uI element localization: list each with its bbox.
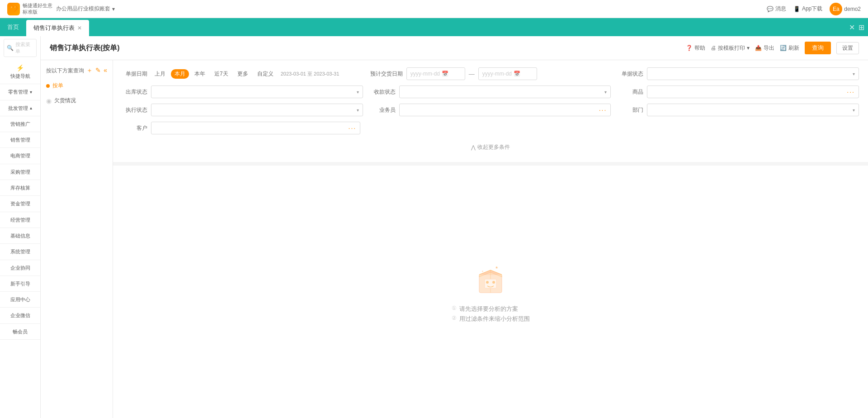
sidebar-item-inventory[interactable]: 库存核算 xyxy=(0,180,40,196)
filter-customer: 客户 ··· xyxy=(122,122,360,134)
collapse-panel-button[interactable]: « xyxy=(104,66,107,75)
sidebar-item-purchase[interactable]: 采购管理 xyxy=(0,164,40,180)
expected-date-label: 预计交货日期 xyxy=(370,70,403,78)
left-panel-header: 按以下方案查询 ＋ ✎ « xyxy=(41,65,113,78)
scheme-item-debt[interactable]: ◉ 欠货情况 xyxy=(41,93,113,108)
salesperson-more-icon: ··· xyxy=(599,106,607,114)
sidebar-item-finance[interactable]: 资金管理 xyxy=(0,196,40,212)
delivery-status-select[interactable]: ▾ xyxy=(151,86,363,98)
payment-arrow-icon: ▾ xyxy=(604,90,607,95)
department-arrow-icon: ▾ xyxy=(853,108,855,113)
maximize-icon[interactable]: ⊞ xyxy=(859,23,864,32)
download-icon: 📱 xyxy=(793,6,800,12)
salesperson-input[interactable]: ··· xyxy=(399,104,611,116)
sidebar-item-app-center[interactable]: 应用中心 xyxy=(0,292,40,308)
date-this-month[interactable]: 本月 xyxy=(171,69,189,79)
filter-row-4: 客户 ··· xyxy=(122,122,859,134)
settings-button[interactable]: 设置 xyxy=(836,42,859,54)
execution-status-select[interactable]: ▾ xyxy=(151,104,363,116)
search-menu-input[interactable]: 🔍 搜索菜单 xyxy=(4,39,37,57)
expected-date-to-input[interactable]: yyyy-mm-dd 📅 xyxy=(478,67,537,80)
sidebar-item-marketing[interactable]: 营销推广 xyxy=(0,116,40,132)
top-header: 🧡 畅捷通好生意 标准版 办公用品行业模拟账套 ▾ 💬 消息 📱 App下载 E… xyxy=(0,0,868,18)
filter-execution-status: 执行状态 ▾ xyxy=(122,104,363,116)
svg-text:✦: ✦ xyxy=(481,270,484,273)
search-button[interactable]: 查询 xyxy=(805,42,831,54)
date-this-year[interactable]: 本年 xyxy=(191,69,209,79)
left-panel-actions: ＋ ✎ « xyxy=(86,66,107,75)
svg-point-5 xyxy=(486,281,489,284)
export-button[interactable]: 📤 导出 xyxy=(755,44,774,52)
filter-area: 单据日期 上月 本月 本年 近7天 更多 自定义 2023-03-01 至 20… xyxy=(113,60,868,162)
breadcrumb[interactable]: 办公用品行业模拟账套 ▾ xyxy=(56,5,115,13)
print-icon: 🖨 xyxy=(711,45,716,51)
department-select[interactable]: ▾ xyxy=(647,104,859,116)
filter-goods: 商品 ··· xyxy=(618,86,859,98)
collapse-icon: ⋀ xyxy=(471,144,476,151)
help-icon: ❓ xyxy=(686,45,693,51)
date-custom[interactable]: 自定义 xyxy=(254,69,277,79)
date-last-month[interactable]: 上月 xyxy=(151,69,169,79)
svg-point-6 xyxy=(492,281,495,284)
sidebar-item-basic[interactable]: 基础信息 xyxy=(0,228,40,244)
scheme-debt-icon: ◉ xyxy=(46,97,52,104)
collapse-button[interactable]: ⋀ 收起更多条件 xyxy=(122,140,859,155)
customer-more-icon: ··· xyxy=(349,124,357,132)
tab-sales-order[interactable]: 销售订单执行表 ✕ xyxy=(26,20,89,36)
export-icon: 📤 xyxy=(755,45,762,51)
sidebar-item-member[interactable]: 畅会员 xyxy=(0,324,40,340)
sidebar-item-ecommerce[interactable]: 电商管理 xyxy=(0,148,40,164)
user-area[interactable]: Ea demo2 xyxy=(830,3,861,15)
page-header-actions: ❓ 帮助 🖨 按模板打印 ▾ 📤 导出 🔄 刷新 查询 设置 xyxy=(686,42,859,60)
sidebar-item-wechat[interactable]: 企业微信 xyxy=(0,308,40,323)
date-more[interactable]: 更多 xyxy=(234,69,252,79)
status-select[interactable]: ▾ xyxy=(647,67,859,80)
user-name: demo2 xyxy=(844,6,861,12)
customer-input[interactable]: ··· xyxy=(151,122,360,134)
sidebar-item-wholesale[interactable]: 批发管理 ▴ xyxy=(0,100,40,116)
date-label: 单据日期 xyxy=(122,70,147,78)
sidebar-item-sales[interactable]: 销售管理 xyxy=(0,132,40,148)
tab-close-icon[interactable]: ✕ xyxy=(77,25,82,31)
message-button[interactable]: 💬 消息 xyxy=(767,5,786,13)
goods-label: 商品 xyxy=(618,88,643,96)
date-7days[interactable]: 近7天 xyxy=(211,69,232,79)
empty-state: ★ ✦ ① 请先选择要 xyxy=(452,259,530,325)
scheme-item-press[interactable]: 按单 xyxy=(41,78,113,93)
sidebar-item-operation[interactable]: 经营管理 xyxy=(0,212,40,228)
print-button[interactable]: 🖨 按模板打印 ▾ xyxy=(711,44,750,52)
minimize-icon[interactable]: ✕ xyxy=(849,23,855,32)
filter-salesperson: 业务员 ··· xyxy=(370,104,611,116)
refresh-icon: 🔄 xyxy=(780,45,787,51)
filter-status: 单据状态 ▾ xyxy=(618,67,859,80)
refresh-button[interactable]: 🔄 刷新 xyxy=(780,44,799,52)
logo-area: 🧡 畅捷通好生意 标准版 xyxy=(7,3,52,15)
date-range-separator: — xyxy=(469,71,475,77)
quick-nav-icon: ⚡ xyxy=(16,64,24,71)
sidebar-item-enterprise[interactable]: 企业协同 xyxy=(0,260,40,276)
sidebar-item-system[interactable]: 系统管理 xyxy=(0,244,40,260)
filter-row-3: 执行状态 ▾ 业务员 ··· xyxy=(122,104,859,116)
help-button[interactable]: ❓ 帮助 xyxy=(686,44,705,52)
data-area: ★ ✦ ① 请先选择要 xyxy=(113,166,868,418)
print-arrow-icon: ▾ xyxy=(747,45,750,51)
tab-home[interactable]: 首页 xyxy=(0,18,26,36)
app-download-button[interactable]: 📱 App下载 xyxy=(793,5,822,13)
execution-arrow-icon: ▾ xyxy=(357,108,359,113)
main-layout: 🔍 搜索菜单 ⚡ 快捷导航 零售管理 ▾ 批发管理 ▴ 营销推广 销售管理 电商… xyxy=(0,36,868,418)
filter-row-1: 单据日期 上月 本月 本年 近7天 更多 自定义 2023-03-01 至 20… xyxy=(122,67,859,80)
edit-scheme-button[interactable]: ✎ xyxy=(95,66,101,75)
add-scheme-button[interactable]: ＋ xyxy=(86,66,93,75)
payment-status-select[interactable]: ▾ xyxy=(399,86,611,98)
message-icon: 💬 xyxy=(767,6,774,12)
goods-input[interactable]: ··· xyxy=(647,86,859,98)
svg-text:★: ★ xyxy=(495,266,498,270)
sidebar-item-quick-nav[interactable]: ⚡ 快捷导航 xyxy=(0,60,40,84)
sidebar-item-newbie[interactable]: 新手引导 xyxy=(0,276,40,292)
header-left: 🧡 畅捷通好生意 标准版 办公用品行业模拟账套 ▾ xyxy=(7,3,115,15)
calendar-to-icon: 📅 xyxy=(514,71,520,77)
sidebar-item-retail[interactable]: 零售管理 ▾ xyxy=(0,84,40,100)
expected-date-from-input[interactable]: yyyy-mm-dd 📅 xyxy=(406,67,465,80)
right-panel: 单据日期 上月 本月 本年 近7天 更多 自定义 2023-03-01 至 20… xyxy=(113,60,868,418)
department-label: 部门 xyxy=(618,106,643,114)
